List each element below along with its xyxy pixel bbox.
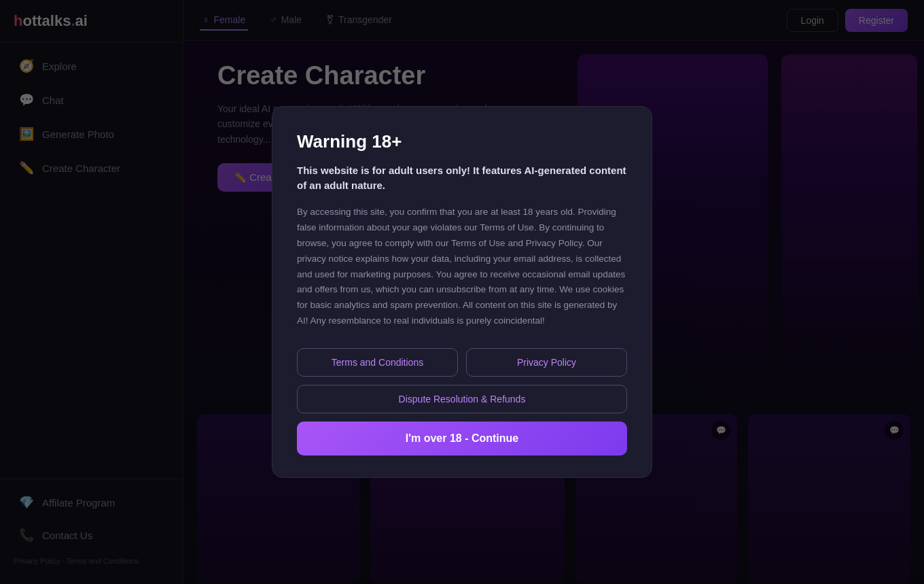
- terms-button[interactable]: Terms and Conditions: [297, 348, 458, 377]
- confirm-age-button[interactable]: I'm over 18 - Continue: [297, 422, 627, 456]
- age-warning-modal: Warning 18+ This website is for adult us…: [272, 106, 652, 479]
- modal-link-row: Terms and Conditions Privacy Policy: [297, 348, 627, 377]
- modal-title: Warning 18+: [297, 131, 627, 152]
- modal-overlay: Warning 18+ This website is for adult us…: [0, 0, 924, 584]
- modal-body: By accessing this site, you confirm that…: [297, 205, 627, 330]
- privacy-button[interactable]: Privacy Policy: [466, 348, 627, 377]
- modal-subtitle: This website is for adult users only! It…: [297, 163, 627, 194]
- dispute-button[interactable]: Dispute Resolution & Refunds: [297, 385, 627, 413]
